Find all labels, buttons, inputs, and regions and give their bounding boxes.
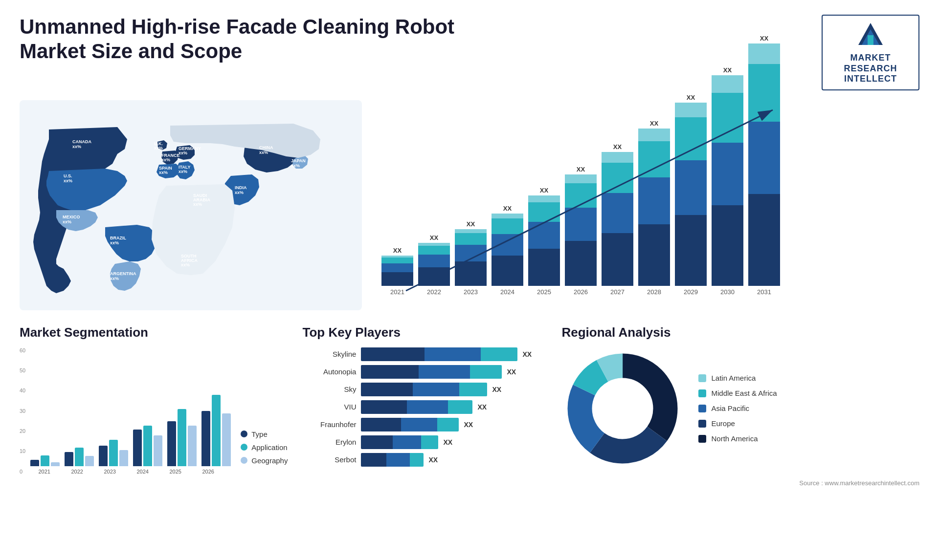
seg-bar-type-2024 [133, 430, 142, 466]
seg-bar-app-2025 [178, 409, 186, 466]
seg-bar-type-2023 [99, 446, 108, 466]
player-bar-sky [361, 383, 487, 396]
bar-2023: XX [455, 220, 487, 286]
player-bar-container-autonopia: XX [361, 365, 547, 379]
label-canada-val: xx% [72, 144, 81, 149]
label-india: INDIA [235, 185, 247, 190]
x-label-2031: 2031 [748, 288, 780, 296]
bar-val-2025: XX [540, 187, 548, 194]
bar-val-2030: XX [723, 66, 732, 74]
player-bar-container-erylon: XX [361, 435, 547, 449]
seg-x-2026: 2026 [194, 469, 222, 474]
legend-label-geo: Geography [251, 456, 288, 465]
player-xx-skyline: XX [522, 350, 532, 358]
legend-middle-east: Middle East & Africa [698, 389, 777, 397]
label-argentina-val: xx% [110, 276, 119, 281]
label-southafrica-val: xx% [181, 262, 190, 267]
bar-val-2021: XX [393, 247, 402, 254]
legend-label-north-america: North America [711, 434, 758, 443]
segmentation-title: Market Segmentation [20, 325, 288, 340]
label-china-val: xx% [259, 150, 268, 155]
seg-chart-with-yaxis: 0 10 20 30 40 50 60 [20, 347, 231, 474]
label-germany-val: xx% [179, 151, 187, 155]
bar-val-2028: XX [650, 120, 658, 127]
label-saudi-val: xx% [193, 202, 202, 207]
donut-svg [561, 347, 684, 470]
player-bar-container-sky: XX [361, 383, 547, 396]
bar-2024: XX [492, 205, 523, 286]
x-label-2022: 2022 [418, 288, 450, 296]
seg-bars-and-labels: 2021 2022 2023 2024 2025 2026 [30, 339, 231, 474]
legend-label-type: Type [251, 430, 268, 438]
legend-label-asia-pacific: Asia Pacific [711, 404, 749, 412]
regional-legend: Latin America Middle East & Africa Asia … [698, 374, 777, 443]
seg-group-2023 [99, 440, 128, 466]
bar-val-2029: XX [687, 94, 695, 101]
player-name-autonopia: Autonopia [302, 367, 356, 376]
seg-bar-app-2021 [41, 455, 49, 466]
seg-bar-geo-2026 [222, 413, 231, 466]
seg-group-2025 [167, 409, 197, 466]
seg-bar-app-2024 [143, 426, 152, 466]
seg-bar-type-2022 [65, 452, 73, 466]
bar-2028: XX [638, 120, 670, 286]
player-name-viu: VIU [302, 403, 356, 411]
seg-group-2024 [133, 426, 162, 466]
player-bar-fraunhofer [361, 418, 459, 431]
seg-x-2021: 2021 [30, 469, 58, 474]
seg-bars [30, 339, 231, 466]
legend-type: Type [241, 430, 288, 438]
x-label-2025: 2025 [528, 288, 560, 296]
bar-2027: XX [602, 143, 633, 286]
player-xx-erylon: XX [443, 438, 452, 446]
label-china: CHINA [259, 145, 273, 150]
seg-x-2022: 2022 [63, 469, 91, 474]
player-name-skyline: Skyline [302, 350, 356, 358]
bar-val-2031: XX [760, 35, 768, 42]
seg-bar-geo-2021 [51, 462, 60, 466]
player-xx-viu: XX [477, 403, 487, 411]
world-map-svg: CANADA xx% U.S. xx% MEXICO xx% BRAZIL xx… [20, 100, 362, 310]
seg-bar-geo-2024 [154, 435, 162, 466]
page-title: Unmanned High-rise Facade Cleaning Robot… [20, 15, 460, 64]
svg-point-11 [593, 379, 652, 438]
seg-bar-type-2021 [30, 460, 39, 466]
logo-text: MARKETRESEARCHINTELLECT [844, 53, 897, 85]
players-list: Skyline XX Autonopia [302, 347, 547, 467]
player-bar-container-skyline: XX [361, 347, 547, 361]
x-label-2026: 2026 [565, 288, 597, 296]
bar-x-axis: 2021 2022 2023 2024 2025 2026 2027 2028 … [377, 286, 919, 296]
player-bar-viu [361, 400, 472, 414]
player-xx-fraunhofer: XX [464, 421, 473, 429]
legend-north-america: North America [698, 434, 777, 443]
player-row-autonopia: Autonopia XX [302, 365, 547, 379]
label-japan: JAPAN [291, 158, 306, 163]
logo-icon [856, 21, 885, 50]
player-row-fraunhofer: Fraunhofer XX [302, 418, 547, 431]
legend-latin-america: Latin America [698, 374, 777, 382]
bar-2031: XX [748, 35, 780, 286]
seg-group-2021 [30, 455, 60, 466]
seg-bar-app-2022 [75, 448, 84, 466]
regional-section: Regional Analysis [561, 325, 919, 491]
x-label-2028: 2028 [638, 288, 670, 296]
seg-x-2024: 2024 [129, 469, 156, 474]
bar-val-2023: XX [467, 220, 475, 228]
legend-app: Application [241, 443, 288, 452]
player-bar-skyline [361, 347, 517, 361]
donut-area: Latin America Middle East & Africa Asia … [561, 347, 919, 470]
player-name-fraunhofer: Fraunhofer [302, 420, 356, 429]
label-us-val: xx% [64, 178, 72, 183]
label-brazil-val: xx% [110, 240, 119, 245]
source-text: Source : www.marketresearchintellect.com [561, 479, 919, 487]
player-row-skyline: Skyline XX [302, 347, 547, 361]
player-bar-serbot [361, 453, 424, 467]
legend-label-latin-america: Latin America [711, 374, 756, 382]
x-label-2024: 2024 [492, 288, 523, 296]
seg-bar-geo-2022 [85, 456, 94, 466]
legend-label-middle-east: Middle East & Africa [711, 389, 777, 397]
label-france-val: xx% [161, 157, 170, 162]
seg-x-2023: 2023 [96, 469, 124, 474]
player-row-erylon: Erylon XX [302, 435, 547, 449]
bar-chart-container: XX XX [377, 100, 919, 310]
